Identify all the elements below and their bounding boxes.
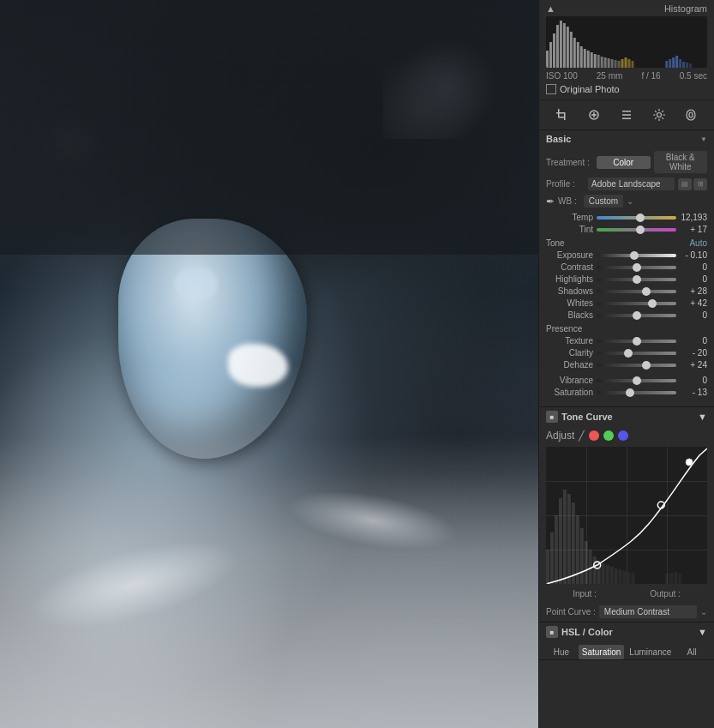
crop-tool[interactable] — [551, 105, 573, 124]
hsl-panel: ■ HSL / Color ▼ Hue Saturation Luminance… — [539, 623, 714, 660]
slider-dehaze: Dehaze + 24 — [546, 360, 707, 370]
tone-curve-triangle: ▼ — [698, 412, 707, 422]
whites-label: Whites — [546, 298, 593, 308]
temp-track[interactable] — [597, 216, 676, 220]
grid-icon-2[interactable]: ⊞ — [693, 178, 707, 190]
texture-thumb[interactable] — [633, 337, 641, 346]
blacks-track[interactable] — [597, 314, 676, 317]
histogram-canvas — [546, 16, 707, 68]
hsl-collapse[interactable]: ■ — [546, 626, 558, 638]
svg-rect-33 — [689, 63, 692, 68]
color-btn[interactable]: Color — [597, 156, 651, 169]
svg-rect-17 — [604, 57, 607, 68]
saturation-thumb[interactable] — [626, 388, 634, 397]
hsl-tab-saturation[interactable]: Saturation — [579, 645, 625, 659]
dehaze-value: + 24 — [680, 360, 707, 370]
temp-value: 12,193 — [680, 213, 707, 222]
exposure-value: - 0.10 — [680, 250, 707, 260]
grid-icon-1[interactable]: ▤ — [678, 178, 692, 190]
svg-rect-7 — [570, 32, 573, 68]
svg-rect-6 — [567, 27, 569, 68]
profile-label: Profile : — [546, 179, 585, 189]
bw-btn[interactable]: Black & White — [654, 151, 708, 173]
contrast-track[interactable] — [597, 266, 676, 269]
histogram-meta: ISO 100 25 mm f / 16 0.5 sec — [546, 71, 707, 81]
masking-tool[interactable] — [680, 105, 702, 124]
vibrance-thumb[interactable] — [633, 376, 641, 385]
contrast-thumb[interactable] — [633, 263, 641, 272]
profile-row: Profile : Adobe Landscape ▤ ⊞ — [546, 177, 707, 190]
hsl-tab-all[interactable]: All — [676, 645, 707, 659]
tc-blue-channel[interactable] — [618, 430, 628, 441]
tone-curve-header[interactable]: ■ Tone Curve ▼ — [539, 407, 714, 426]
hsl-tab-luminance[interactable]: Luminance — [626, 645, 675, 659]
slider-temp: Temp 12,193 — [546, 213, 707, 222]
highlights-track[interactable] — [597, 278, 676, 281]
wb-eyedropper[interactable]: ✒ — [546, 196, 555, 208]
hsl-title: HSL / Color — [561, 627, 613, 637]
basic-panel-triangle: ▼ — [700, 135, 707, 143]
auto-btn[interactable]: Auto — [689, 238, 707, 248]
dehaze-thumb[interactable] — [642, 361, 651, 370]
hsl-tab-hue[interactable]: Hue — [546, 645, 577, 659]
shadows-thumb[interactable] — [642, 287, 651, 296]
original-photo-checkbox[interactable] — [546, 84, 556, 94]
tone-curve-collapse[interactable]: ■ — [546, 411, 558, 423]
highlights-label: Highlights — [546, 274, 593, 284]
svg-rect-30 — [679, 59, 681, 68]
basic-panel-header[interactable]: Basic ▼ — [539, 130, 714, 147]
tc-red-channel[interactable] — [589, 430, 599, 441]
tone-label: Tone — [546, 238, 565, 248]
svg-rect-20 — [615, 60, 617, 68]
wb-value[interactable]: Custom — [584, 195, 623, 208]
whites-track[interactable] — [597, 302, 676, 305]
svg-rect-27 — [669, 59, 671, 68]
dehaze-label: Dehaze — [546, 360, 593, 370]
exposure-thumb[interactable] — [630, 251, 639, 260]
photo-panel — [0, 0, 538, 728]
svg-rect-18 — [608, 58, 610, 68]
tone-label-row: Tone Auto — [546, 238, 707, 248]
slider-tint: Tint + 17 — [546, 225, 707, 234]
histogram-collapse-icon[interactable]: ▲ — [546, 3, 555, 14]
exposure-track[interactable] — [597, 254, 676, 257]
presence-label: Presence — [546, 324, 582, 334]
saturation-label: Saturation — [546, 388, 593, 397]
whites-thumb[interactable] — [648, 299, 657, 308]
heal-tool[interactable] — [583, 105, 605, 124]
profile-select[interactable]: Adobe Landscape — [588, 177, 675, 190]
clarity-track[interactable] — [597, 352, 676, 355]
clarity-thumb[interactable] — [624, 349, 633, 358]
svg-rect-3 — [556, 25, 559, 68]
blacks-thumb[interactable] — [633, 311, 641, 320]
histogram-title: Histogram — [664, 3, 707, 14]
tc-curve-tool[interactable]: ╱ — [579, 430, 585, 442]
original-photo-row: Original Photo — [546, 84, 707, 94]
point-curve-select[interactable]: Medium Contrast — [599, 605, 697, 618]
svg-rect-31 — [682, 62, 685, 68]
point-curve-arrow[interactable]: ⌄ — [700, 607, 707, 617]
texture-label: Texture — [546, 336, 593, 346]
settings-tool[interactable] — [648, 105, 670, 124]
highlights-thumb[interactable] — [633, 275, 641, 284]
texture-value: 0 — [680, 336, 707, 346]
texture-track[interactable] — [597, 340, 676, 343]
wb-dropdown-arrow[interactable]: ⌄ — [627, 196, 633, 206]
tone-curve-canvas[interactable] — [546, 447, 707, 584]
tint-thumb[interactable] — [636, 226, 645, 234]
transform-tool[interactable] — [615, 105, 638, 124]
hsl-header[interactable]: ■ HSL / Color ▼ — [539, 623, 714, 641]
pebbles-2 — [27, 109, 112, 177]
tc-output-label: Output : — [650, 589, 681, 599]
vibrance-track[interactable] — [597, 379, 676, 382]
tc-green-channel[interactable] — [603, 430, 614, 441]
svg-point-42 — [687, 110, 695, 120]
svg-point-71 — [686, 459, 693, 466]
svg-rect-29 — [675, 56, 678, 68]
tint-track[interactable] — [597, 228, 676, 232]
dehaze-track[interactable] — [597, 364, 676, 367]
saturation-track[interactable] — [597, 391, 676, 394]
shadows-track[interactable] — [597, 290, 676, 293]
temp-thumb[interactable] — [636, 214, 645, 222]
blacks-label: Blacks — [546, 310, 593, 320]
